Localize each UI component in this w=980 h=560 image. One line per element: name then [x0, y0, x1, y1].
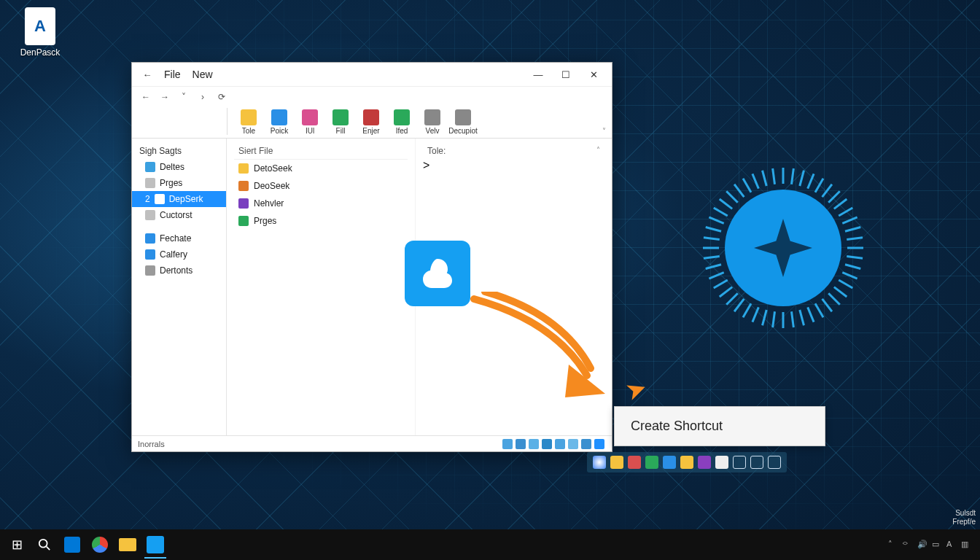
sidebar-item[interactable]: Calfery [132, 246, 226, 262]
sidebar-item[interactable]: Dertonts [132, 262, 226, 279]
svg-line-1 [47, 547, 50, 551]
desktop-emblem [703, 168, 863, 328]
status-icon[interactable] [542, 439, 552, 449]
ribbon-label: Decupiot [448, 127, 477, 135]
titlebar[interactable]: ← File New — ☐ ✕ [132, 63, 612, 86]
nav-up-icon[interactable]: › [195, 90, 210, 104]
dragged-app-icon[interactable] [405, 241, 470, 306]
sidebar-item[interactable]: Prges [132, 175, 226, 191]
link-icon[interactable] [768, 456, 781, 469]
nav-refresh-icon[interactable]: ⟳ [214, 90, 229, 104]
pinned-tray [587, 452, 787, 472]
ribbon-icon [455, 109, 471, 125]
tray-volume-icon[interactable]: 🔊 [917, 540, 928, 550]
ribbon-button[interactable]: Poick [265, 108, 294, 135]
status-icon[interactable] [529, 439, 539, 449]
ribbon-button[interactable]: IUl [295, 108, 324, 135]
menu-new[interactable]: New [192, 69, 213, 80]
cloud-person-icon [416, 252, 459, 295]
back-button[interactable]: ← [141, 68, 154, 81]
file-item[interactable]: DeoSeek [234, 177, 408, 195]
app-icon[interactable] [628, 456, 641, 469]
ribbon-icon [394, 109, 410, 125]
status-icon[interactable] [502, 439, 513, 449]
status-icon[interactable] [516, 439, 526, 449]
explorer-icon[interactable] [114, 531, 141, 559]
file-item-label: Nehvler [254, 198, 284, 209]
tray-battery-icon[interactable]: ▭ [932, 540, 942, 550]
folder-icon [145, 178, 155, 188]
ribbon-label: Fill [336, 127, 346, 135]
tray-chevron-icon[interactable]: ˄ [888, 540, 898, 550]
store-icon[interactable] [58, 531, 86, 559]
ribbon-button[interactable]: Ifed [387, 108, 416, 135]
ribbon-label: Tole [242, 127, 255, 135]
nav-forward-icon[interactable]: → [158, 90, 172, 104]
detail-item[interactable]: > [423, 159, 604, 172]
file-icon [238, 163, 249, 174]
desktop-shortcut[interactable]: A DenPasck [11, 7, 69, 58]
status-icon[interactable] [594, 439, 604, 449]
close-button[interactable]: ✕ [580, 63, 607, 85]
file-list-column: Siert File DetoSeekDeoSeekNehvlerPrges [227, 139, 415, 435]
maximize-button[interactable]: ☐ [552, 63, 580, 85]
app-icon[interactable] [645, 456, 658, 469]
start-button[interactable]: ⊞ [3, 531, 31, 559]
nav-back-icon[interactable]: ← [139, 90, 153, 104]
tray-notif-icon[interactable]: ▥ [961, 540, 971, 550]
ribbon-icon [302, 109, 318, 125]
folder-icon [145, 265, 155, 276]
sidebar-item[interactable]: 2DepSerk [132, 191, 226, 207]
context-menu-create-shortcut[interactable]: Create Shortcut [614, 406, 825, 446]
ribbon-button[interactable]: Velv [418, 108, 447, 135]
sidebar-item-label: DepSerk [169, 194, 203, 204]
nav-recent-icon[interactable]: ˅ [176, 90, 191, 104]
ribbon-button[interactable]: Enjer [357, 108, 386, 135]
ribbon-button[interactable]: Decupiot [448, 108, 478, 135]
chrome-icon[interactable] [86, 531, 114, 559]
app-icon[interactable] [663, 456, 676, 469]
sidebar-item[interactable]: Deltes [132, 159, 226, 175]
sidebar-item[interactable]: Fechate [132, 230, 226, 246]
folder-icon [145, 210, 155, 220]
file-item[interactable]: DetoSeek [234, 160, 408, 177]
sidebar-item-label: Dertonts [160, 265, 192, 276]
folder-icon[interactable] [610, 456, 623, 469]
menu-file[interactable]: File [164, 69, 181, 80]
chevron-up-icon[interactable]: ˄ [596, 146, 600, 156]
chrome-icon[interactable] [593, 456, 606, 469]
tray-lang-icon[interactable]: A [946, 540, 957, 550]
active-app-icon[interactable] [141, 531, 169, 559]
folder-icon [155, 194, 165, 204]
file-item-label: Prges [254, 216, 276, 226]
file-item[interactable]: Nehvler [234, 195, 408, 212]
app-icon[interactable] [715, 456, 728, 469]
ribbon-icon [424, 109, 440, 125]
status-icon[interactable] [555, 439, 565, 449]
file-icon [238, 181, 249, 191]
file-item[interactable]: Prges [234, 212, 408, 230]
sidebar-item[interactable]: Cuctorst [132, 207, 226, 223]
detail-column-header: Tole: [427, 146, 446, 156]
doc-icon[interactable] [750, 456, 763, 469]
sidebar-item-label: Calfery [160, 249, 187, 260]
status-icon[interactable] [568, 439, 578, 449]
share-icon[interactable] [733, 456, 746, 469]
app-icon[interactable] [698, 456, 711, 469]
ribbon-label: Enjer [362, 127, 379, 135]
sidebar-item-label: Prges [160, 178, 182, 188]
folder-icon[interactable] [680, 456, 693, 469]
ribbon-icon [363, 109, 379, 125]
sidebar-header: Sigh Sagts [132, 143, 226, 159]
ribbon-icon [271, 109, 287, 125]
file-icon [238, 198, 249, 209]
minimize-button[interactable]: — [524, 63, 552, 85]
sidebar-item-label: Fechate [160, 233, 191, 244]
status-icon[interactable] [581, 439, 591, 449]
ribbon-collapse-icon[interactable]: ˅ [602, 127, 606, 135]
ribbon-button[interactable]: Tole [234, 108, 263, 135]
ribbon-icon [332, 109, 349, 125]
ribbon-button[interactable]: Fill [326, 108, 355, 135]
search-button[interactable] [31, 531, 58, 559]
tray-network-icon[interactable]: ⌔ [903, 540, 913, 550]
